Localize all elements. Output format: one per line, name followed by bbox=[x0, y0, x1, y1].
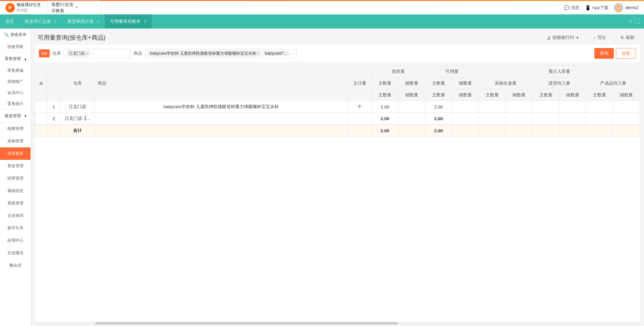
sidebar-wholesale-label: 批发管理 bbox=[5, 113, 21, 119]
sidebar-retail-stats-label: 零售统计 bbox=[7, 101, 23, 106]
tab-home[interactable]: 首页 bbox=[0, 14, 19, 29]
tab-bar-actions: × ⛶ bbox=[625, 14, 644, 29]
tab-available-stock[interactable]: 可用量库存账本 × bbox=[105, 14, 152, 29]
table-section: ⚙ 仓库 商品 主计量 现存量 bbox=[35, 65, 640, 322]
footer-prod-aux bbox=[613, 125, 640, 137]
warehouse-tag-1-close[interactable]: × bbox=[86, 51, 88, 55]
sidebar-item-inventory-check[interactable]: 库存核算 bbox=[0, 147, 31, 160]
footer-no bbox=[47, 125, 61, 137]
th-available-qty-group: 可用量 bbox=[425, 66, 479, 78]
main-layout: 🔍 搜索菜单 快捷导航 零售管理 ▲ 零售商城 营销推广 会员中心 零售统计 bbox=[0, 29, 644, 326]
footer-pend-main bbox=[533, 125, 559, 137]
row2-product bbox=[94, 113, 348, 125]
product-filter-label: 商品 bbox=[133, 50, 142, 56]
row2-unit bbox=[348, 113, 372, 125]
export-btn[interactable]: ↑ 导出 bbox=[591, 33, 609, 42]
sidebar-quick-nav[interactable]: 快捷导航 bbox=[0, 41, 31, 53]
th-cs-main: 主数量 bbox=[372, 89, 398, 101]
message-btn[interactable]: 消息 bbox=[564, 5, 580, 11]
filter-toggle-btn[interactable]: >> bbox=[39, 49, 50, 57]
tab-fullscreen-btn[interactable]: ⛶ bbox=[635, 18, 640, 25]
footer-current-main: 2.00 bbox=[372, 125, 398, 137]
user-area[interactable]: demo2 bbox=[614, 3, 639, 12]
svg-point-0 bbox=[616, 4, 621, 8]
sidebar-item-app-center[interactable]: 应用中心 bbox=[0, 234, 31, 247]
row1-available-aux bbox=[452, 101, 479, 113]
content-area: 可用量查询(按仓库+商品) 🖨 按模板打印 ▼ | ↑ 导出 | ↻ 刷新 bbox=[31, 29, 644, 326]
sidebar-item-finance-mgmt[interactable]: 资金管理 bbox=[0, 160, 31, 172]
sidebar: 🔍 搜索菜单 快捷导航 零售管理 ▲ 零售商城 营销推广 会员中心 零售统计 bbox=[0, 29, 31, 326]
sidebar-item-enterprise-wechat[interactable]: 企业微信 bbox=[0, 247, 31, 259]
print-template-btn[interactable]: 🖨 按模板打印 ▼ bbox=[544, 33, 582, 42]
footer-product bbox=[94, 125, 348, 137]
horizontal-scrollbar[interactable] bbox=[35, 322, 640, 325]
row1-current-aux bbox=[398, 101, 425, 113]
row2-pend-main bbox=[533, 113, 559, 125]
tab-available-stock-close[interactable]: × bbox=[144, 19, 146, 24]
tab-collection[interactable]: 收发存汇总表 × bbox=[19, 14, 62, 29]
settings-gear-icon: ⚙ bbox=[39, 81, 43, 86]
chevron-down-icon: ▼ bbox=[75, 6, 98, 9]
tab-close-all-btn[interactable]: × bbox=[629, 18, 632, 25]
product-tag-1-close[interactable]: × bbox=[257, 51, 259, 55]
tab-order-stats-close[interactable]: × bbox=[97, 19, 99, 24]
warehouse-tag-1-text: 江北门店 bbox=[69, 51, 85, 56]
row2-prod-aux bbox=[613, 113, 640, 125]
query-btn[interactable]: 查询 bbox=[594, 48, 614, 59]
th-available-main: 主数量 bbox=[425, 78, 452, 89]
tab-order-stats[interactable]: 要货单统计表 × bbox=[62, 14, 105, 29]
footer-prod-main bbox=[586, 125, 613, 137]
sidebar-marketing-label: 营销推广 bbox=[7, 79, 23, 84]
export-icon: ↑ bbox=[594, 35, 596, 40]
sidebar-item-member-center[interactable]: 会员中心 bbox=[0, 87, 31, 98]
tab-collection-close[interactable]: × bbox=[54, 19, 57, 24]
sidebar-item-enterprise-collab[interactable]: 企业协同 bbox=[0, 209, 31, 222]
app-download-btn[interactable]: App下载 bbox=[585, 5, 608, 11]
footer-available-aux bbox=[452, 125, 479, 137]
product-tag-2: babycare?... bbox=[263, 51, 289, 56]
sidebar-item-system-mgmt[interactable]: 系统管理 bbox=[0, 197, 31, 209]
tab-collection-label: 收发存汇总表 bbox=[25, 18, 51, 25]
sidebar-item-basic-info[interactable]: 基础信息 bbox=[0, 185, 31, 197]
sidebar-search-btn[interactable]: 🔍 搜索菜单 bbox=[0, 29, 31, 41]
sidebar-item-retail-mall[interactable]: 零售商城 bbox=[0, 65, 31, 76]
footer-current-aux bbox=[398, 125, 425, 137]
top-bar-left: 好 畅捷通好生意 标准版 母婴行业演示账套 ▼ bbox=[5, 0, 101, 15]
footer-pur-main bbox=[479, 125, 506, 137]
sidebar-item-wholesale-mgmt[interactable]: 批发管理 ▼ bbox=[0, 110, 31, 122]
app-icon bbox=[585, 5, 591, 10]
divider2: | bbox=[613, 35, 614, 40]
sidebar-item-new-guide[interactable]: 新手引导 bbox=[0, 222, 31, 234]
sidebar-finance-label: 资金管理 bbox=[7, 163, 23, 169]
th-warehouse: 仓库 bbox=[61, 66, 94, 101]
row1-no: 1 bbox=[47, 101, 61, 113]
warehouse-filter-input[interactable]: 江北门店 × ··· bbox=[64, 49, 131, 58]
sidebar-section-wholesale: 批发管理 ▼ bbox=[0, 110, 31, 123]
row2-current-aux bbox=[398, 113, 425, 125]
top-bar: 好 畅捷通好生意 标准版 母婴行业演示账套 ▼ 消息 App下载 demo2 bbox=[0, 1, 644, 14]
row1-pur-aux bbox=[506, 101, 533, 113]
logo-text: 畅捷通好生意 bbox=[17, 2, 41, 8]
settings-btn[interactable]: 设置 bbox=[616, 48, 636, 59]
row2-pend-aux bbox=[559, 113, 586, 125]
row1-available-main: 2.00 bbox=[425, 101, 452, 113]
org-selector[interactable]: 母婴行业演示账套 ▼ bbox=[48, 0, 101, 15]
sidebar-item-vip-member[interactable]: 畅会员 bbox=[0, 259, 31, 272]
tab-available-stock-label: 可用量库存账本 bbox=[110, 18, 141, 25]
sidebar-item-marketing[interactable]: 营销推广 bbox=[0, 76, 31, 87]
th-settings[interactable]: ⚙ bbox=[35, 66, 47, 101]
sidebar-item-purchase-mgmt[interactable]: 采购管理 bbox=[0, 135, 31, 147]
warehouse-filter-label: 仓库 bbox=[52, 50, 61, 56]
sidebar-item-operations-mgmt[interactable]: 经营管理 bbox=[0, 172, 31, 185]
sidebar-item-ecommerce-mgmt[interactable]: 电商管理 bbox=[0, 123, 31, 135]
sidebar-enterprise-collab-label: 企业协同 bbox=[7, 213, 23, 219]
sidebar-new-guide-label: 新手引导 bbox=[7, 225, 23, 231]
row1-unit: 个 bbox=[348, 101, 372, 113]
product-filter-input[interactable]: babycare学饮杯 儿童防摔防撞吸管杯重力球吸嘴杯宝宝水杯 × babyca… bbox=[145, 49, 297, 58]
sidebar-item-retail-stats[interactable]: 零售统计 bbox=[0, 98, 31, 109]
warehouse-tag-1: 江北门店 × bbox=[67, 50, 90, 57]
table-row: 1 江北门店 babycare学饮杯 儿童防摔防撞吸管杯重力球吸嘴杯宝宝水杯 个… bbox=[35, 101, 640, 113]
scrollbar-thumb[interactable] bbox=[95, 322, 398, 325]
refresh-btn[interactable]: ↻ 刷新 bbox=[618, 33, 637, 42]
sidebar-item-retail-mgmt[interactable]: 零售管理 ▲ bbox=[0, 53, 31, 65]
